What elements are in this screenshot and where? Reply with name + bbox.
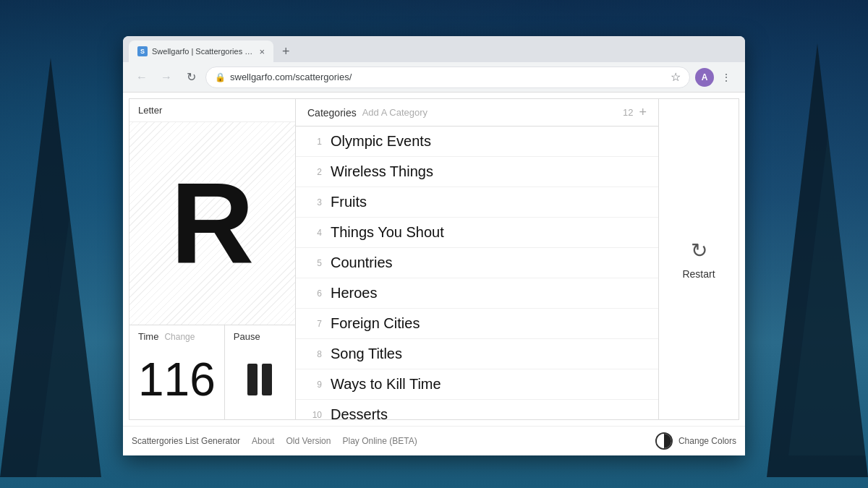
category-name: Desserts <box>331 406 388 419</box>
color-toggle-light <box>657 434 664 448</box>
categories-panel: Categories Add A Category 12 + 1 Olympic… <box>296 99 659 419</box>
avatar: A <box>695 68 714 87</box>
pause-label: Pause <box>234 331 286 342</box>
pause-button[interactable] <box>234 345 286 414</box>
category-number: 3 <box>307 197 322 207</box>
add-category-link[interactable]: Add A Category <box>362 107 427 118</box>
category-number: 5 <box>307 258 322 268</box>
category-count: 12 <box>623 107 633 118</box>
profile-avatar[interactable]: A <box>694 67 715 87</box>
new-tab-button[interactable]: + <box>276 40 296 62</box>
tab-bar: S Swellgarfo | Scattergories List G… × + <box>123 36 745 62</box>
time-area: Time Change 116 <box>129 325 225 419</box>
active-tab[interactable]: S Swellgarfo | Scattergories List G… × <box>129 40 273 62</box>
main-content-area: Letter R Time Change 116 Pause <box>129 98 739 420</box>
categories-header: Categories Add A Category 12 + <box>296 99 658 127</box>
timer-section: Time Change 116 Pause <box>129 325 295 419</box>
category-number: 6 <box>307 288 322 299</box>
letter-label: Letter <box>129 99 295 122</box>
refresh-icon: ↻ <box>187 70 196 84</box>
category-list: 1 Olympic Events 2 Wireless Things 3 Fru… <box>296 127 658 419</box>
change-colors-label: Change Colors <box>678 436 736 446</box>
category-name: Heroes <box>331 285 377 301</box>
category-item[interactable]: 4 Things You Shout <box>296 218 658 248</box>
right-panel: ↻ Restart <box>659 99 739 419</box>
time-label: Time <box>138 331 158 342</box>
tab-title: Swellgarfo | Scattergories List G… <box>152 47 255 56</box>
category-name: Countries <box>331 254 393 271</box>
footer-old-version-link[interactable]: Old Version <box>286 436 331 446</box>
category-name: Fruits <box>331 194 367 210</box>
tab-close-button[interactable]: × <box>259 46 265 57</box>
tab-favicon: S <box>137 46 148 56</box>
forward-button[interactable]: → <box>156 67 176 87</box>
category-item[interactable]: 5 Countries <box>296 248 658 278</box>
category-number: 2 <box>307 167 322 177</box>
category-number: 9 <box>307 380 322 390</box>
pause-area: Pause <box>225 325 295 419</box>
letter-character: R <box>171 166 255 281</box>
restart-button[interactable]: ↻ <box>691 239 707 262</box>
category-item[interactable]: 6 Heroes <box>296 278 658 309</box>
category-number: 10 <box>307 410 322 420</box>
letter-section: Letter R <box>129 99 295 325</box>
category-number: 7 <box>307 319 322 329</box>
category-item[interactable]: 8 Song Titles <box>296 339 658 369</box>
pause-bar-right <box>262 364 272 395</box>
add-category-plus-button[interactable]: + <box>639 105 647 120</box>
category-item[interactable]: 3 Fruits <box>296 187 658 218</box>
menu-button[interactable]: ⋮ <box>716 67 736 87</box>
lock-icon: 🔒 <box>215 72 226 82</box>
browser-window: S Swellgarfo | Scattergories List G… × +… <box>123 36 745 455</box>
category-item[interactable]: 1 Olympic Events <box>296 127 658 157</box>
url-text: swellgarfo.com/scattergories/ <box>230 72 666 82</box>
menu-icon: ⋮ <box>721 72 731 83</box>
category-item[interactable]: 2 Wireless Things <box>296 157 658 187</box>
footer-about-link[interactable]: About <box>252 436 274 446</box>
category-name: Olympic Events <box>331 133 431 150</box>
color-toggle-dark <box>664 434 671 448</box>
category-name: Wireless Things <box>331 163 433 180</box>
categories-title: Categories <box>307 107 357 119</box>
timer-value: 116 <box>138 356 216 403</box>
category-number: 8 <box>307 349 322 359</box>
time-header: Time Change <box>138 331 216 342</box>
category-number: 4 <box>307 228 322 238</box>
left-panel: Letter R Time Change 116 Pause <box>129 99 296 419</box>
footer-right: Change Colors <box>655 432 736 450</box>
refresh-button[interactable]: ↻ <box>181 67 201 87</box>
back-icon: ← <box>136 71 148 84</box>
footer-brand: Scattergories List Generator <box>132 436 240 446</box>
letter-display: R <box>129 122 295 325</box>
footer: Scattergories List Generator About Old V… <box>123 426 745 455</box>
back-button[interactable]: ← <box>132 67 152 87</box>
category-name: Foreign Cities <box>331 315 420 332</box>
color-toggle-button[interactable] <box>655 432 673 450</box>
category-name: Song Titles <box>331 346 402 362</box>
avatar-initial: A <box>702 72 708 82</box>
category-item[interactable]: 9 Ways to Kill Time <box>296 369 658 400</box>
page-content: Letter R Time Change 116 Pause <box>123 93 745 455</box>
category-item[interactable]: 7 Foreign Cities <box>296 309 658 339</box>
pause-bar-left <box>247 364 258 395</box>
category-item[interactable]: 10 Desserts <box>296 400 658 419</box>
footer-play-online-link[interactable]: Play Online (BETA) <box>342 436 417 446</box>
category-name: Ways to Kill Time <box>331 376 441 393</box>
nav-actions: A ⋮ <box>694 67 736 87</box>
category-number: 1 <box>307 137 322 147</box>
address-bar[interactable]: 🔒 swellgarfo.com/scattergories/ ☆ <box>205 67 690 88</box>
category-name: Things You Shout <box>331 224 444 241</box>
nav-bar: ← → ↻ 🔒 swellgarfo.com/scattergories/ ☆ … <box>123 62 745 93</box>
bookmark-icon[interactable]: ☆ <box>671 70 681 84</box>
restart-label: Restart <box>682 268 715 280</box>
pause-icon <box>247 364 272 395</box>
forward-icon: → <box>161 71 172 84</box>
change-time-link[interactable]: Change <box>164 332 195 342</box>
